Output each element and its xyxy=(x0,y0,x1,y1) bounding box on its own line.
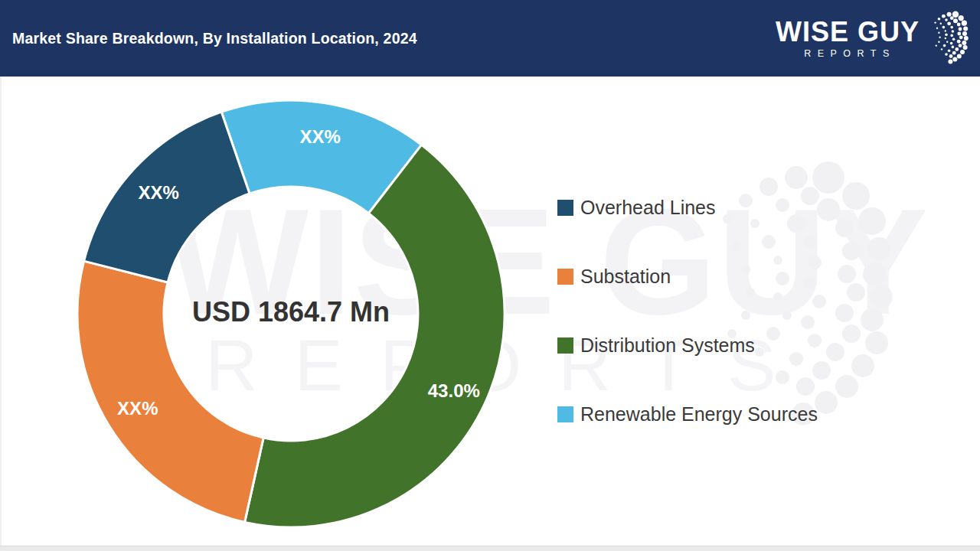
chart-legend: Overhead LinesSubstationDistribution Sys… xyxy=(557,193,818,429)
legend-item-renewable-energy-sources[interactable]: Renewable Energy Sources xyxy=(557,399,818,429)
logo-face-icon xyxy=(923,10,969,67)
segment-value-label-distribution-systems: 43.0% xyxy=(428,380,480,401)
left-edge-strip xyxy=(0,77,2,546)
legend-label-substation: Substation xyxy=(580,266,671,288)
legend-item-overhead-lines[interactable]: Overhead Lines xyxy=(557,193,818,222)
segment-value-label-overhead-lines: XX% xyxy=(139,182,179,203)
logo-text: WISE GUY REPORTS xyxy=(776,18,920,59)
footer-strip xyxy=(0,546,980,551)
legend-swatch-renewable-energy-sources xyxy=(557,406,573,422)
wise-guy-logo: WISE GUY REPORTS xyxy=(776,10,969,67)
header-bar: Market Share Breakdown, By Installation … xyxy=(0,0,980,77)
donut-center-value: USD 1864.7 Mn xyxy=(192,296,390,328)
segment-value-label-substation: XX% xyxy=(117,398,158,419)
legend-item-substation[interactable]: Substation xyxy=(557,262,818,291)
legend-label-overhead-lines: Overhead Lines xyxy=(580,197,716,219)
legend-item-distribution-systems[interactable]: Distribution Systems xyxy=(557,331,818,360)
legend-label-distribution-systems: Distribution Systems xyxy=(580,334,755,357)
page-title: Market Share Breakdown, By Installation … xyxy=(12,30,417,47)
legend-swatch-substation xyxy=(557,269,573,285)
legend-swatch-overhead-lines xyxy=(557,200,573,216)
legend-swatch-distribution-systems xyxy=(557,337,573,354)
segment-value-label-renewable-energy-sources: XX% xyxy=(300,126,341,147)
logo-wordmark: WISE GUY xyxy=(776,18,920,46)
logo-subtitle: REPORTS xyxy=(776,48,920,59)
legend-label-renewable-energy-sources: Renewable Energy Sources xyxy=(580,403,818,425)
market-share-infographic: Market Share Breakdown, By Installation … xyxy=(0,0,980,551)
